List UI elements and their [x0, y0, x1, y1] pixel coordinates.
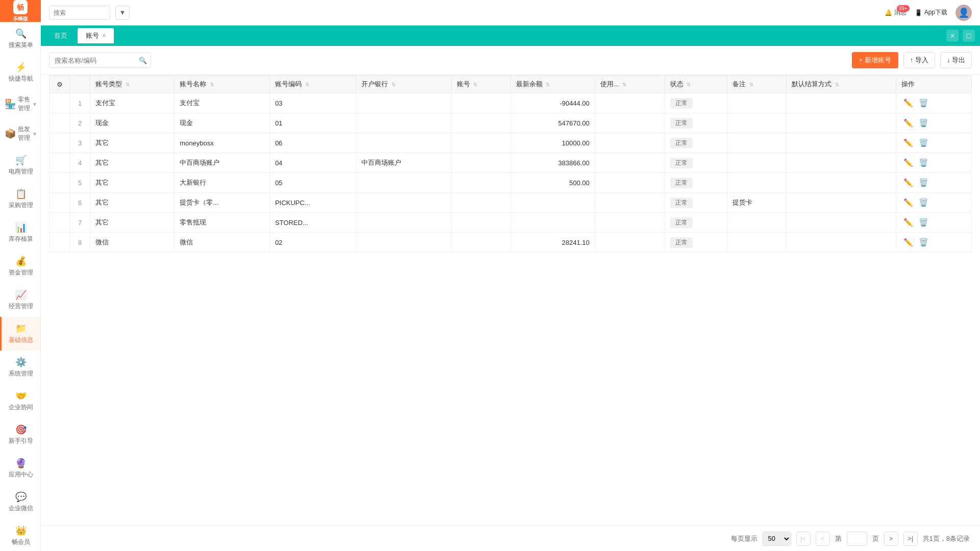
delete-button[interactable]: 🗑️ [917, 97, 930, 109]
delete-button[interactable]: 🗑️ [917, 237, 930, 248]
topbar: ▼ 🔔 消息 99+ 📱 App下载 👤 [41, 0, 980, 26]
first-page-btn[interactable]: |< [796, 532, 811, 546]
th-account[interactable]: 账号 ⇅ [451, 76, 510, 93]
tab-account-close[interactable]: × [102, 32, 106, 39]
cell-opening-bank [356, 133, 451, 153]
sidebar-item-label: 新手引导 [9, 437, 33, 445]
th-default-settlement[interactable]: 默认结算方式 ⇅ [787, 76, 896, 93]
sidebar-item-basic-info[interactable]: 📁 基础信息 [0, 317, 40, 350]
th-opening-bank[interactable]: 开户银行 ⇅ [356, 76, 451, 93]
cell-status: 正常 [665, 93, 727, 113]
sidebar-item-quick-nav[interactable]: ⚡ 快捷导航 [0, 56, 40, 89]
sidebar-item-search-menu[interactable]: 🔍 搜索菜单 [0, 22, 40, 56]
sidebar-item-wholesale[interactable]: 📦 批发管理 ▼ [0, 119, 40, 148]
toolbar-right: + 新增账号 ↑ 导入 ↓ 导出 [852, 52, 972, 68]
th-account-type[interactable]: 账号类型 ⇅ [90, 76, 175, 93]
th-status[interactable]: 状态 ⇅ [665, 76, 727, 93]
delete-button[interactable]: 🗑️ [917, 217, 930, 228]
sidebar-item-enterprise-agreement[interactable]: 🤝 企业协同 [0, 384, 40, 418]
sidebar: 畅 乐蜂版 🔍 搜索菜单 ⚡ 快捷导航 🏪 零售管理 ▼ 📦 批发管理 ▼ 🛒 … [0, 0, 41, 551]
tab-home[interactable]: 首页 [46, 28, 76, 43]
sort-icon: ⇅ [473, 82, 477, 87]
topbar-left: ▼ [49, 6, 130, 20]
cell-index: 5 [70, 173, 90, 193]
sidebar-item-new-guide[interactable]: 🎯 新手引导 [0, 418, 40, 452]
sidebar-item-vip-member[interactable]: 👑 畅会员 [0, 519, 40, 551]
delete-button[interactable]: 🗑️ [917, 197, 930, 208]
search-icon-btn[interactable]: 🔍 [139, 57, 147, 64]
notification-button[interactable]: 🔔 消息 99+ [885, 8, 906, 17]
cell-account-name: 大新银行 [175, 173, 270, 193]
cell-account-name: 微信 [175, 233, 270, 253]
th-latest-balance[interactable]: 最新余额 ⇅ [510, 76, 595, 93]
next-page-btn[interactable]: > [884, 532, 898, 546]
user-avatar[interactable]: 👤 [955, 5, 972, 21]
edit-button[interactable]: ✏️ [901, 117, 915, 129]
sidebar-item-label: 应用中心 [9, 470, 33, 479]
edit-button[interactable]: ✏️ [901, 177, 915, 188]
page-input[interactable]: 1 [847, 532, 867, 546]
edit-button[interactable]: ✏️ [901, 237, 915, 248]
add-account-button[interactable]: + 新增账号 [852, 52, 898, 68]
edit-button[interactable]: ✏️ [901, 97, 915, 109]
sidebar-item-finance[interactable]: 💰 资金管理 [0, 249, 40, 283]
quick-nav-icon: ⚡ [15, 62, 27, 73]
th-settings[interactable]: ⚙ [50, 76, 70, 93]
cell-opening-bank [356, 113, 451, 133]
cell-remark [727, 93, 787, 113]
th-remark[interactable]: 备注 ⇅ [727, 76, 787, 93]
sidebar-item-system[interactable]: ⚙️ 系统管理 [0, 350, 40, 384]
topbar-search-input[interactable] [49, 6, 110, 20]
account-search-input[interactable] [49, 53, 151, 68]
th-account-name[interactable]: 账号名称 ⇅ [175, 76, 270, 93]
delete-button[interactable]: 🗑️ [917, 177, 930, 188]
edit-button[interactable]: ✏️ [901, 217, 915, 228]
operations-icon: 📈 [15, 289, 27, 300]
edit-button[interactable]: ✏️ [901, 157, 915, 168]
window-maximize-btn[interactable]: □ [963, 30, 975, 42]
cell-default-settlement [787, 113, 896, 133]
import-button[interactable]: ↑ 导入 [903, 52, 935, 68]
delete-button[interactable]: 🗑️ [917, 117, 930, 129]
cell-remark: 提货卡 [727, 193, 787, 213]
sidebar-item-purchase[interactable]: 📋 采购管理 [0, 182, 40, 216]
sidebar-item-operations[interactable]: 📈 经营管理 [0, 283, 40, 317]
cell-account [451, 113, 510, 133]
tab-account[interactable]: 账号 × [78, 28, 114, 43]
th-usage[interactable]: 使用... ⇅ [595, 76, 665, 93]
edit-button[interactable]: ✏️ [901, 197, 915, 208]
cell-status: 正常 [665, 193, 727, 213]
delete-button[interactable]: 🗑️ [917, 157, 930, 168]
enterprise-agreement-icon: 🤝 [15, 390, 27, 402]
table-row: 2 现金 现金 01 547670.00 正常 ✏️ 🗑️ [50, 113, 972, 133]
sidebar-item-retail[interactable]: 🏪 零售管理 ▼ [0, 89, 40, 119]
sidebar-item-label: 企业协同 [9, 403, 33, 412]
cell-action: ✏️ 🗑️ [896, 213, 971, 233]
sidebar-item-ecommerce[interactable]: 🛒 电商管理 [0, 148, 40, 182]
sidebar-item-label: 零售管理 [18, 95, 31, 113]
tabbar: 首页 账号 × × □ [41, 26, 980, 46]
last-page-btn[interactable]: >| [903, 532, 918, 546]
cell-default-settlement [787, 133, 896, 153]
cell-opening-bank: 中百商场账户 [356, 153, 451, 173]
cell-account-type: 其它 [90, 193, 175, 213]
cell-status: 正常 [665, 153, 727, 173]
window-close-btn[interactable]: × [946, 30, 959, 42]
sidebar-item-inventory[interactable]: 📊 库存核算 [0, 216, 40, 249]
accounts-table: ⚙ 账号类型 ⇅ 账号名称 ⇅ 账号编码 ⇅ [49, 75, 972, 253]
prev-page-btn[interactable]: < [816, 532, 830, 546]
edit-button[interactable]: ✏️ [901, 137, 915, 148]
sidebar-item-enterprise-wechat[interactable]: 💬 企业微信 [0, 485, 40, 519]
sort-icon: ⇅ [749, 82, 753, 87]
export-button[interactable]: ↓ 导出 [940, 52, 972, 68]
per-page-select[interactable]: 50 100 [763, 532, 791, 546]
cell-account-name: 零售抵现 [175, 213, 270, 233]
sidebar-item-app-center[interactable]: 🔮 应用中心 [0, 452, 40, 485]
topbar-dropdown-btn[interactable]: ▼ [115, 6, 130, 20]
th-account-code[interactable]: 账号编码 ⇅ [270, 76, 356, 93]
status-badge: 正常 [670, 197, 693, 208]
app-download-button[interactable]: 📱 App下载 [915, 8, 947, 17]
settings-icon: ⚙ [57, 81, 63, 88]
logo-text: 乐蜂版 [13, 15, 28, 22]
delete-button[interactable]: 🗑️ [917, 137, 930, 148]
